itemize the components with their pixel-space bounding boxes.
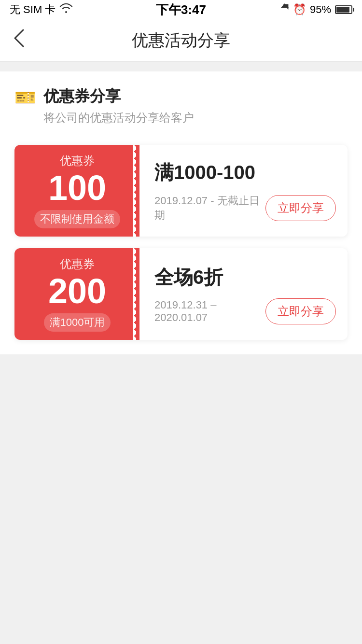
status-right: ⏰ 95% [280,3,352,16]
status-time: 下午3:47 [156,1,206,18]
coupon-right-1: 满1000-100 2019.12.07 - 无截止日期 立即分享 [140,145,348,237]
section-title: 优惠券分享 [43,86,194,107]
status-bar: 无 SIM 卡 下午3:47 ⏰ 95% [0,0,362,19]
section-text-group: 优惠券分享 将公司的优惠活动分享给客户 [43,86,194,126]
coupon-value-1: 100 [48,170,106,205]
bottom-area [0,354,362,596]
carrier-text: 无 SIM 卡 [10,2,56,17]
nav-bar: 优惠活动分享 [0,19,362,62]
coupon-label-1: 优惠券 [60,153,95,168]
wifi-icon [59,3,73,16]
coupon-date-1: 2019.12.07 - 无截止日期 [154,194,260,223]
coupon-name-1: 满1000-100 [154,159,336,186]
back-button[interactable] [14,29,24,52]
coupon-value-2: 200 [48,274,106,308]
section-divider-top [0,62,362,71]
coupon-condition-1: 不限制使用金额 [34,210,120,228]
coupon-right-2: 全场6折 2019.12.31 – 2020.01.07 立即分享 [140,248,348,340]
coupon-card-2: 优惠券 200 满1000可用 全场6折 2019.12.31 – 2020.0… [14,248,348,340]
status-left: 无 SIM 卡 [10,2,73,17]
coupon-section-icon: 🎫 [14,87,36,108]
coupon-name-2: 全场6折 [154,264,336,291]
alarm-icon: ⏰ [293,3,306,16]
coupon-list: 优惠券 100 不限制使用金额 满1000-100 2019.12.07 - 无… [0,135,362,354]
battery-pct: 95% [310,3,331,16]
coupon-label-2: 优惠券 [60,256,95,272]
coupon-left-1: 优惠券 100 不限制使用金额 [14,145,140,237]
section-header: 🎫 优惠券分享 将公司的优惠活动分享给客户 [0,71,362,135]
coupon-share-btn-2[interactable]: 立即分享 [265,298,336,324]
coupon-meta-2: 2019.12.31 – 2020.01.07 立即分享 [154,298,336,324]
page-title: 优惠活动分享 [132,29,230,52]
location-icon [280,3,289,16]
coupon-condition-2: 满1000可用 [44,313,111,332]
coupon-date-2: 2019.12.31 – 2020.01.07 [154,299,260,324]
coupon-share-btn-1[interactable]: 立即分享 [265,195,336,221]
coupon-meta-1: 2019.12.07 - 无截止日期 立即分享 [154,194,336,223]
coupon-card-1: 优惠券 100 不限制使用金额 满1000-100 2019.12.07 - 无… [14,145,348,237]
coupon-left-2: 优惠券 200 满1000可用 [14,248,140,340]
battery-icon [335,5,352,14]
section-subtitle: 将公司的优惠活动分享给客户 [43,110,194,126]
